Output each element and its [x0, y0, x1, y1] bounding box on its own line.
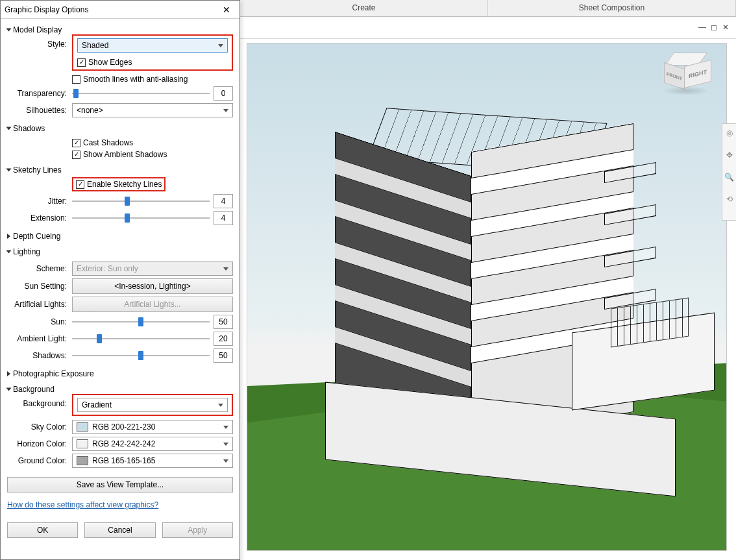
background-dropdown[interactable]: Gradient: [77, 398, 228, 412]
extension-input[interactable]: [214, 211, 233, 225]
scheme-value: Exterior: Sun only: [77, 264, 138, 273]
viewcube-front[interactable]: FRONT: [664, 62, 685, 90]
color-swatch: [77, 422, 88, 432]
orbit-icon[interactable]: ⟲: [724, 194, 735, 204]
smooth-lines-checkbox[interactable]: Smooth lines with anti-aliasing: [72, 75, 188, 84]
section-label: Model Display: [13, 25, 62, 34]
sky-color-picker[interactable]: RGB 200-221-230: [72, 420, 233, 434]
close-panel-icon[interactable]: ✕: [720, 22, 731, 32]
color-value: RGB 242-242-242: [92, 439, 155, 448]
cast-shadows-checkbox[interactable]: ✓ Cast Shadows: [72, 138, 133, 147]
transparency-slider[interactable]: [72, 88, 210, 99]
chevron-down-icon: [6, 127, 12, 130]
chevron-down-icon: [6, 388, 12, 391]
section-sketchy-lines[interactable]: Sketchy Lines: [7, 162, 233, 177]
artificial-lights-label: Artificial Lights:: [7, 300, 72, 309]
chevron-down-icon: [6, 169, 12, 172]
chevron-right-icon: [7, 234, 10, 239]
restore-panel-icon[interactable]: ◻: [709, 22, 719, 32]
checkbox-label: Show Ambient Shadows: [83, 150, 167, 159]
transparency-input[interactable]: [214, 86, 233, 101]
save-as-view-template-button[interactable]: Save as View Template...: [7, 477, 233, 493]
section-label: Photographic Exposure: [13, 369, 94, 378]
sun-setting-label: Sun Setting:: [7, 282, 72, 291]
chevron-down-icon: [6, 250, 12, 254]
checkbox-label: Enable Sketchy Lines: [87, 180, 162, 189]
ambient-slider[interactable]: [72, 333, 210, 345]
ground-color-picker[interactable]: RGB 165-165-165: [72, 454, 233, 468]
horizon-color-label: Horizon Color:: [7, 439, 72, 448]
sun-setting-button[interactable]: <In-session, Lighting>: [72, 278, 233, 294]
color-swatch: [77, 439, 88, 448]
apply-button: Apply: [162, 522, 233, 538]
dialog-title: Graphic Display Options: [5, 5, 217, 14]
viewcube-shadow: [663, 86, 709, 95]
section-depth-cueing[interactable]: Depth Cueing: [7, 228, 233, 243]
section-lighting[interactable]: Lighting: [7, 243, 233, 259]
color-value: RGB 200-221-230: [92, 422, 155, 432]
checkbox-box: ✓: [76, 180, 84, 189]
extension-label: Extension:: [7, 213, 72, 223]
show-edges-checkbox[interactable]: ✓ Show Edges: [77, 58, 228, 67]
section-shadows[interactable]: Shadows: [7, 120, 233, 136]
silhouettes-label: Silhouettes:: [7, 106, 72, 115]
navigation-bar: ◎ ✥ 🔍 ⟲: [722, 123, 736, 221]
section-photo-exposure[interactable]: Photographic Exposure: [7, 365, 233, 381]
steering-wheel-icon[interactable]: ◎: [724, 128, 735, 138]
style-dropdown[interactable]: Shaded: [77, 38, 228, 53]
scheme-dropdown: Exterior: Sun only: [72, 262, 233, 276]
help-link[interactable]: How do these settings affect view graphi…: [7, 500, 158, 509]
style-value: Shaded: [82, 41, 108, 50]
extension-slider[interactable]: [72, 212, 210, 224]
tab-create[interactable]: Create: [240, 0, 488, 16]
checkbox-box: [72, 75, 80, 84]
pan-icon[interactable]: ✥: [724, 150, 735, 160]
view-cube[interactable]: FRONT RIGHT: [663, 53, 713, 95]
tab-sheet-composition[interactable]: Sheet Composition: [488, 0, 736, 16]
ambient-light-label: Ambient Light:: [7, 334, 72, 343]
silhouettes-dropdown[interactable]: <none>: [72, 103, 233, 117]
cancel-button[interactable]: Cancel: [84, 522, 155, 538]
model-viewport[interactable]: FRONT RIGHT: [247, 43, 727, 551]
ambient-input[interactable]: [214, 332, 233, 346]
background-value: Gradient: [82, 400, 112, 409]
shadows-input[interactable]: [214, 348, 233, 363]
color-swatch: [77, 456, 88, 465]
checkbox-box: ✓: [72, 151, 80, 159]
silhouettes-value: <none>: [77, 106, 103, 115]
chevron-right-icon: [7, 371, 10, 376]
section-label: Background: [13, 385, 55, 394]
ambient-shadows-checkbox[interactable]: ✓ Show Ambient Shadows: [72, 150, 167, 159]
jitter-slider[interactable]: [72, 195, 210, 207]
shadows-slider-label: Shadows:: [7, 351, 72, 360]
background-label: Background:: [7, 399, 72, 408]
scheme-label: Scheme:: [7, 264, 72, 273]
checkbox-label: Smooth lines with anti-aliasing: [83, 75, 188, 84]
ok-button[interactable]: OK: [7, 522, 78, 538]
section-label: Lighting: [13, 247, 40, 256]
horizon-color-picker[interactable]: RGB 242-242-242: [72, 437, 233, 451]
chevron-down-icon: [6, 29, 12, 32]
sky-color-label: Sky Color:: [7, 422, 72, 432]
checkbox-box: ✓: [77, 58, 86, 67]
section-label: Sketchy Lines: [13, 165, 62, 175]
sun-input[interactable]: [214, 315, 233, 329]
ground-color-label: Ground Color:: [7, 456, 72, 465]
graphic-display-options-dialog: Graphic Display Options ✕ Model Display …: [0, 0, 240, 560]
checkbox-box: ✓: [72, 139, 80, 147]
artificial-lights-button: Artificial Lights...: [72, 297, 233, 312]
jitter-label: Jitter:: [7, 197, 72, 206]
shadows-slider[interactable]: [72, 350, 210, 361]
minimize-panel-icon[interactable]: —: [697, 22, 707, 32]
enable-sketchy-checkbox[interactable]: ✓ Enable Sketchy Lines: [76, 180, 162, 189]
checkbox-label: Cast Shadows: [83, 138, 133, 147]
zoom-icon[interactable]: 🔍: [724, 172, 735, 182]
sun-slider[interactable]: [72, 316, 210, 328]
jitter-input[interactable]: [214, 194, 233, 208]
style-label: Style:: [7, 40, 72, 49]
transparency-label: Transparency:: [7, 89, 72, 98]
section-label: Depth Cueing: [13, 232, 60, 241]
sun-label: Sun:: [7, 317, 72, 326]
close-icon[interactable]: ✕: [217, 3, 236, 17]
checkbox-label: Show Edges: [88, 58, 132, 67]
